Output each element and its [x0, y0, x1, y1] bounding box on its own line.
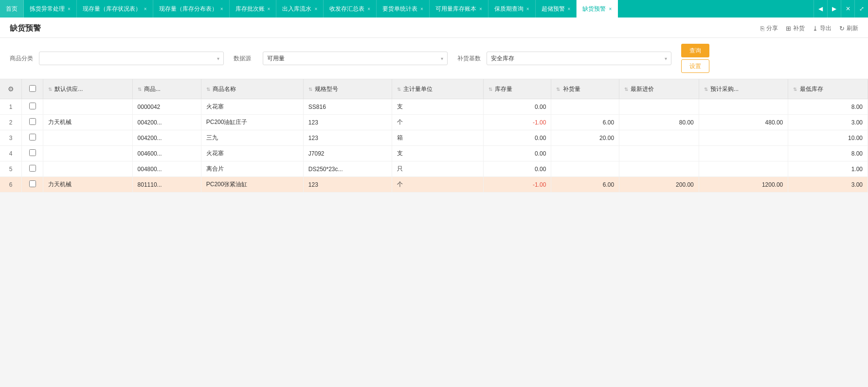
row-spec: 123 — [303, 115, 392, 130]
close-icon[interactable]: × — [314, 6, 317, 12]
nav-tab-expiry[interactable]: 保质期查询 × — [488, 0, 536, 18]
nav-maximize-button[interactable]: ⤢ — [854, 0, 868, 18]
close-icon[interactable]: × — [268, 6, 271, 12]
row-min-stock: 10.00 — [788, 130, 868, 146]
nav-tab-inventory-status[interactable]: 现存量（库存状况表） × — [77, 0, 153, 18]
row-name: 火花塞 — [201, 99, 303, 115]
close-icon[interactable]: × — [568, 6, 571, 12]
close-icon[interactable]: × — [144, 6, 147, 12]
nav-tab-inventory-dist[interactable]: 现存量（库存分布表） × — [153, 0, 230, 18]
sort-icon: ⇅ — [556, 87, 560, 92]
nav-tab-available[interactable]: 可用量库存账本 × — [430, 0, 488, 18]
table-container: ⚙ ⇅ 默认供应... ⇅ 商品... ⇅ 商品名称 — [0, 79, 868, 193]
nav-tab-collection[interactable]: 收发存汇总表 × — [324, 0, 377, 18]
sort-icon: ⇅ — [138, 87, 142, 92]
nav-close-button[interactable]: ✕ — [841, 0, 854, 18]
nav-tab-batch-account[interactable]: 库存批次账 × — [230, 0, 277, 18]
datasource-select[interactable]: 可用量 ▾ — [263, 52, 448, 65]
replenish-basis-select[interactable]: 安全库存 ▾ — [487, 52, 671, 65]
col-estimated-purchase: ⇅ 预计采购... — [699, 79, 788, 99]
share-icon: ⎘ — [760, 25, 764, 32]
row-stock: 0.00 — [483, 161, 551, 177]
row-min-stock: 3.00 — [788, 177, 868, 193]
row-no: 6 — [0, 177, 22, 193]
page-header: 缺货预警 ⎘ 分享 ⊞ 补货 ⤓ 导出 ↻ 刷新 — [0, 18, 868, 38]
row-checkbox[interactable] — [29, 134, 36, 141]
data-table: ⚙ ⇅ 默认供应... ⇅ 商品... ⇅ 商品名称 — [0, 79, 868, 193]
row-latest-price — [619, 99, 699, 115]
chevron-down-icon: ▾ — [665, 56, 667, 61]
row-stock: 0.00 — [483, 146, 551, 161]
row-latest-price: 200.00 — [619, 177, 699, 193]
chevron-down-icon: ▾ — [217, 56, 219, 61]
nav-tab-shortage[interactable]: 缺货预警 × — [577, 0, 618, 18]
row-code: 004200... — [132, 130, 201, 146]
col-replenish-qty: ⇅ 补货量 — [551, 79, 619, 99]
close-icon[interactable]: × — [479, 6, 482, 12]
share-button[interactable]: ⎘ 分享 — [760, 24, 778, 33]
row-spec: 123 — [303, 130, 392, 146]
query-button[interactable]: 查询 — [681, 44, 709, 57]
row-latest-price — [619, 130, 699, 146]
nav-prev-button[interactable]: ◀ — [814, 0, 827, 18]
refresh-button[interactable]: ↻ 刷新 — [839, 24, 858, 33]
row-unit: 个 — [392, 115, 483, 130]
nav-tab-order-stat[interactable]: 要货单统计表 × — [377, 0, 430, 18]
category-select[interactable]: ▾ — [39, 52, 224, 65]
header-checkbox[interactable] — [29, 85, 36, 92]
tab-label: 现存量（库存分布表） — [159, 5, 217, 13]
row-min-stock: 8.00 — [788, 146, 868, 161]
row-replenish-qty: 6.00 — [551, 115, 619, 130]
close-icon[interactable]: × — [367, 6, 370, 12]
row-checkbox[interactable] — [29, 149, 36, 156]
row-checkbox[interactable] — [29, 118, 36, 125]
replenish-button[interactable]: ⊞ 补货 — [786, 24, 805, 33]
tab-label: 出入库流水 — [282, 5, 311, 13]
export-button[interactable]: ⤓ 导出 — [813, 24, 832, 33]
replenish-basis-label: 补货基数 — [457, 54, 483, 63]
sort-icon: ⇅ — [48, 87, 52, 92]
row-supplier: 力天机械 — [43, 177, 133, 193]
row-name: PC200油缸庄子 — [201, 115, 303, 130]
close-icon[interactable]: × — [220, 6, 223, 12]
row-latest-price: 80.00 — [619, 115, 699, 130]
gear-icon[interactable]: ⚙ — [5, 83, 17, 95]
nav-next-button[interactable]: ▶ — [827, 0, 841, 18]
nav-tab-inout-flow[interactable]: 出入库流水 × — [276, 0, 324, 18]
tab-label: 保质期查询 — [494, 5, 524, 13]
tab-label: 收发存汇总表 — [329, 5, 364, 13]
table-row: 3 004200... 三九 123 箱 0.00 20.00 10.00 — [0, 130, 868, 146]
datasource-value: 可用量 — [267, 54, 285, 63]
table-row: 2 力天机械 004200... PC200油缸庄子 123 个 -1.00 6… — [0, 115, 868, 130]
row-min-stock: 3.00 — [788, 115, 868, 130]
row-checkbox[interactable] — [29, 103, 36, 109]
row-checkbox[interactable] — [29, 165, 36, 172]
tab-label: 可用量库存账本 — [435, 5, 476, 13]
table-row: 6 力天机械 801110... PC200张紧油缸 123 个 -1.00 6… — [0, 177, 868, 193]
row-checkbox[interactable] — [29, 180, 36, 187]
page-title: 缺货预警 — [10, 23, 41, 34]
category-label: 商品分类 — [10, 54, 35, 63]
tab-label: 现存量（库存状况表） — [83, 5, 141, 13]
close-icon[interactable]: × — [420, 6, 423, 12]
nav-tab-overstock[interactable]: 超储预警 × — [536, 0, 577, 18]
nav-tab-home[interactable]: 首页 — [0, 0, 24, 18]
table-row: 5 004800... 离合片 DS250*23c... 只 0.00 1.00 — [0, 161, 868, 177]
replenish-label: 补货 — [793, 24, 805, 33]
close-icon[interactable]: × — [609, 6, 612, 12]
row-no: 5 — [0, 161, 22, 177]
close-icon[interactable]: × — [526, 6, 529, 12]
table-body: 1 0000042 火花塞 SS816 支 0.00 8.00 2 力天机械 0… — [0, 99, 868, 193]
close-icon[interactable]: × — [68, 6, 71, 12]
tab-label: 超储预警 — [542, 5, 565, 13]
settings-button[interactable]: 设置 — [681, 59, 709, 73]
row-unit: 个 — [392, 177, 483, 193]
row-name: 三九 — [201, 130, 303, 146]
row-code: 0000042 — [132, 99, 201, 115]
row-spec: SS816 — [303, 99, 392, 115]
nav-tab-abnormal[interactable]: 拣货异常处理 × — [24, 0, 77, 18]
filter-actions: 查询 设置 — [681, 44, 709, 73]
header-actions: ⎘ 分享 ⊞ 补货 ⤓ 导出 ↻ 刷新 — [760, 24, 858, 33]
row-min-stock: 8.00 — [788, 99, 868, 115]
row-unit: 支 — [392, 99, 483, 115]
